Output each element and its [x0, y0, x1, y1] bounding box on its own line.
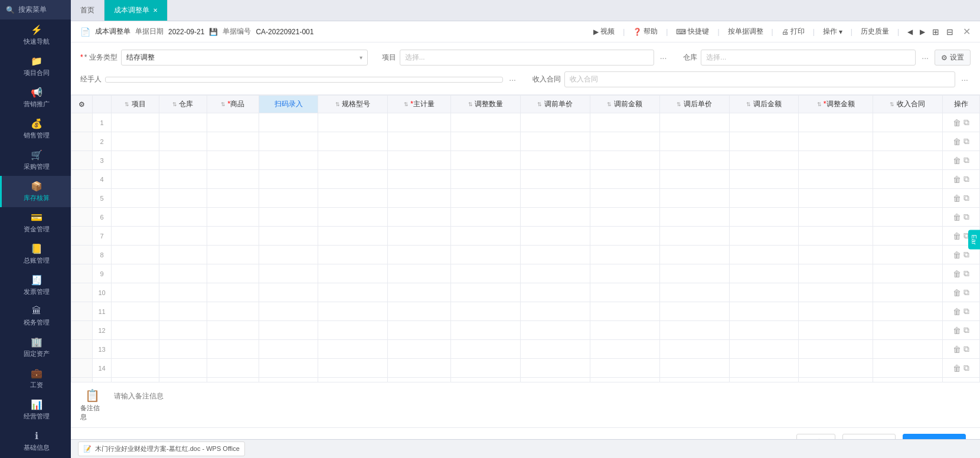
- row-copy-icon-9[interactable]: ⧉: [963, 269, 969, 279]
- row-before-amount-5[interactable]: [590, 189, 659, 208]
- row-scan-2[interactable]: [259, 132, 318, 151]
- help-action[interactable]: ❓ 帮助: [633, 27, 658, 37]
- row-after-price-3[interactable]: [659, 151, 729, 170]
- row-after-price-14[interactable]: [659, 359, 729, 378]
- row-before-price-7[interactable]: [520, 227, 590, 246]
- row-unit-3[interactable]: [388, 151, 451, 170]
- row-before-price-15[interactable]: [520, 378, 590, 382]
- row-product-4[interactable]: [207, 170, 259, 189]
- row-adjust-amount-5[interactable]: [799, 189, 873, 208]
- row-spec-6[interactable]: [318, 208, 388, 227]
- row-delete-icon-4[interactable]: 🗑: [953, 175, 961, 184]
- row-scan-10[interactable]: [259, 283, 318, 302]
- warehouse-dots-icon[interactable]: ···: [919, 53, 931, 63]
- row-warehouse-13[interactable]: [159, 340, 207, 359]
- nav-prev-btn[interactable]: ◀: [907, 28, 913, 36]
- row-income-contract-7[interactable]: [873, 227, 942, 246]
- row-income-contract-14[interactable]: [873, 359, 942, 378]
- row-unit-2[interactable]: [388, 132, 451, 151]
- row-spec-11[interactable]: [318, 302, 388, 321]
- tab-close-cost-adjust[interactable]: ✕: [153, 7, 158, 14]
- row-adjust-qty-3[interactable]: [450, 151, 520, 170]
- agent-input[interactable]: [105, 77, 503, 83]
- tab-home[interactable]: 首页: [71, 0, 104, 21]
- row-unit-5[interactable]: [388, 189, 451, 208]
- row-scan-7[interactable]: [259, 227, 318, 246]
- row-before-amount-11[interactable]: [590, 302, 659, 321]
- view-action[interactable]: ▶ 视频: [593, 27, 615, 37]
- row-delete-icon-9[interactable]: 🗑: [953, 269, 961, 279]
- row-copy-icon-14[interactable]: ⧉: [963, 363, 969, 373]
- row-scan-15[interactable]: [259, 378, 318, 382]
- row-product-6[interactable]: [207, 208, 259, 227]
- row-adjust-qty-10[interactable]: [450, 283, 520, 302]
- row-delete-icon-1[interactable]: 🗑: [953, 118, 961, 127]
- sidebar-item-ledger[interactable]: 📒 总账管理: [0, 238, 71, 270]
- sidebar-search[interactable]: 🔍 搜索菜单: [0, 0, 71, 19]
- row-project-1[interactable]: [112, 113, 159, 132]
- row-adjust-qty-15[interactable]: [450, 378, 520, 382]
- row-adjust-qty-5[interactable]: [450, 189, 520, 208]
- row-delete-icon-7[interactable]: 🗑: [953, 231, 961, 241]
- shortcut-action[interactable]: ⌨ 快捷键: [676, 27, 709, 37]
- row-scan-3[interactable]: [259, 151, 318, 170]
- row-after-amount-14[interactable]: [729, 359, 799, 378]
- row-project-12[interactable]: [112, 321, 159, 340]
- row-delete-icon-8[interactable]: 🗑: [953, 250, 961, 260]
- row-spec-14[interactable]: [318, 359, 388, 378]
- row-before-price-10[interactable]: [520, 283, 590, 302]
- row-adjust-amount-15[interactable]: [799, 378, 873, 382]
- row-delete-icon-10[interactable]: 🗑: [953, 288, 961, 297]
- row-unit-4[interactable]: [388, 170, 451, 189]
- row-before-amount-12[interactable]: [590, 321, 659, 340]
- row-income-contract-13[interactable]: [873, 340, 942, 359]
- row-copy-icon-11[interactable]: ⧉: [963, 306, 969, 316]
- row-before-amount-2[interactable]: [590, 132, 659, 151]
- row-after-price-9[interactable]: [659, 264, 729, 283]
- row-before-price-4[interactable]: [520, 170, 590, 189]
- row-unit-13[interactable]: [388, 340, 451, 359]
- doc-save-icon[interactable]: 💾: [209, 28, 218, 36]
- row-warehouse-10[interactable]: [159, 283, 207, 302]
- row-delete-icon-2[interactable]: 🗑: [953, 137, 961, 146]
- row-warehouse-11[interactable]: [159, 302, 207, 321]
- row-before-price-14[interactable]: [520, 359, 590, 378]
- row-adjust-qty-7[interactable]: [450, 227, 520, 246]
- row-before-amount-14[interactable]: [590, 359, 659, 378]
- row-unit-14[interactable]: [388, 359, 451, 378]
- row-adjust-amount-2[interactable]: [799, 132, 873, 151]
- th-settings[interactable]: ⚙: [71, 96, 93, 113]
- row-scan-4[interactable]: [259, 170, 318, 189]
- row-after-amount-15[interactable]: [729, 378, 799, 382]
- row-delete-icon-14[interactable]: 🗑: [953, 364, 961, 373]
- row-before-price-1[interactable]: [520, 113, 590, 132]
- row-copy-icon-1[interactable]: ⧉: [963, 117, 969, 127]
- row-scan-8[interactable]: [259, 246, 318, 264]
- row-before-amount-15[interactable]: [590, 378, 659, 382]
- tab-cost-adjust[interactable]: 成本调整单 ✕: [104, 0, 168, 21]
- row-income-contract-8[interactable]: [873, 246, 942, 264]
- row-delete-icon-3[interactable]: 🗑: [953, 156, 961, 165]
- row-after-price-10[interactable]: [659, 283, 729, 302]
- row-project-11[interactable]: [112, 302, 159, 321]
- row-adjust-qty-11[interactable]: [450, 302, 520, 321]
- row-delete-icon-13[interactable]: 🗑: [953, 345, 961, 354]
- row-delete-icon-12[interactable]: 🗑: [953, 326, 961, 335]
- row-after-amount-8[interactable]: [729, 246, 799, 264]
- row-project-14[interactable]: [112, 359, 159, 378]
- row-before-amount-1[interactable]: [590, 113, 659, 132]
- row-scan-5[interactable]: [259, 189, 318, 208]
- row-product-15[interactable]: [207, 378, 259, 382]
- print-action[interactable]: 🖨 打印: [782, 27, 805, 37]
- row-after-price-11[interactable]: [659, 302, 729, 321]
- row-income-contract-9[interactable]: [873, 264, 942, 283]
- row-project-9[interactable]: [112, 264, 159, 283]
- notes-input[interactable]: [111, 388, 971, 411]
- row-before-price-2[interactable]: [520, 132, 590, 151]
- row-adjust-amount-8[interactable]: [799, 246, 873, 264]
- row-income-contract-10[interactable]: [873, 283, 942, 302]
- sidebar-item-purchase[interactable]: 🛒 采购管理: [0, 145, 71, 176]
- row-project-7[interactable]: [112, 227, 159, 246]
- row-adjust-qty-4[interactable]: [450, 170, 520, 189]
- row-adjust-amount-10[interactable]: [799, 283, 873, 302]
